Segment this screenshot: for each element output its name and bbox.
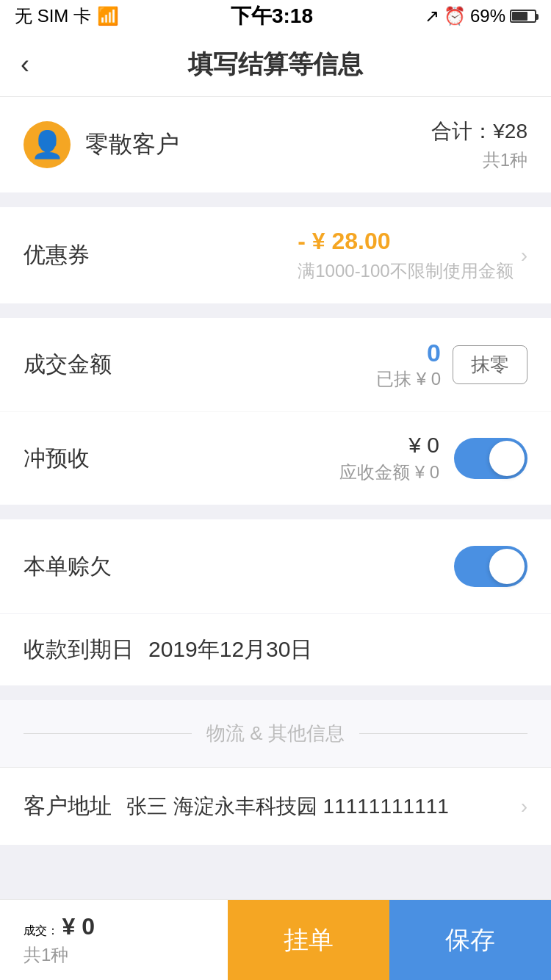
transaction-amount[interactable]: 0: [376, 339, 441, 367]
duedate-label: 收款到期日: [24, 635, 134, 665]
back-button[interactable]: ‹: [21, 49, 29, 80]
wifi-icon: 📶: [97, 6, 119, 26]
save-button[interactable]: 保存: [389, 900, 551, 981]
bottom-deal-label: 成交：: [24, 924, 59, 937]
coupon-row: 优惠券 - ¥ 28.00 满1000-100不限制使用金额 ›: [24, 228, 527, 283]
coupon-label: 优惠券: [24, 240, 90, 270]
hold-button[interactable]: 挂单: [228, 900, 389, 981]
customer-name: 零散客户: [85, 129, 179, 161]
divider-line-left: [24, 733, 192, 734]
battery-icon: [510, 10, 536, 23]
logistics-divider: 物流 & 其他信息: [0, 700, 551, 768]
toggle-thumb: [489, 441, 525, 476]
address-chevron-icon: ›: [521, 795, 527, 818]
avatar-icon: 👤: [31, 129, 64, 160]
divider-line-right: [359, 733, 527, 734]
precollect-label: 冲预收: [24, 444, 90, 474]
coupon-section[interactable]: 优惠券 - ¥ 28.00 满1000-100不限制使用金额 ›: [0, 207, 551, 303]
transaction-right: 0 已抹 ¥ 0 抹零: [376, 339, 527, 391]
transaction-label: 成交金额: [24, 350, 112, 380]
status-left: 无 SIM 卡 📶: [15, 4, 119, 28]
coupon-chevron-icon: ›: [521, 244, 527, 267]
bottom-count: 共1种: [24, 943, 204, 967]
customer-left: 👤 零散客户: [24, 121, 179, 168]
carrier-text: 无 SIM 卡: [15, 4, 91, 28]
main-content: 👤 零散客户 合计：¥28 共1种 优惠券 - ¥ 28.00 满1000-10…: [0, 97, 551, 948]
logistics-label: 物流 & 其他信息: [206, 721, 345, 746]
precollect-amount: ¥ 0: [339, 433, 439, 458]
status-bar: 无 SIM 卡 📶 下午3:18 ↗ ⏰ 69%: [0, 0, 551, 32]
transaction-section: 成交金额 0 已抹 ¥ 0 抹零 冲预收 ¥ 0 应收金额 ¥ 0: [0, 318, 551, 505]
transaction-sub: 已抹 ¥ 0: [376, 367, 441, 391]
alarm-icon: ⏰: [444, 6, 466, 26]
status-right: ↗ ⏰ 69%: [425, 6, 536, 26]
logistics-section: 物流 & 其他信息 客户地址 张三 海淀永丰科技园 11111111111 ›: [0, 700, 551, 845]
bottom-summary: 成交： ¥ 0 共1种: [0, 913, 228, 967]
nav-bar: ‹ 填写结算等信息: [0, 32, 551, 97]
precollect-values: ¥ 0 应收金额 ¥ 0: [339, 433, 439, 484]
avatar: 👤: [24, 121, 71, 168]
status-time: 下午3:18: [231, 2, 313, 30]
address-row[interactable]: 客户地址 张三 海淀永丰科技园 11111111111 ›: [0, 768, 551, 845]
precollect-right: ¥ 0 应收金额 ¥ 0: [339, 433, 527, 484]
coupon-right: - ¥ 28.00 满1000-100不限制使用金额 ›: [298, 228, 527, 283]
precollect-row: 冲预收 ¥ 0 应收金额 ¥ 0: [0, 412, 551, 505]
transaction-row: 成交金额 0 已抹 ¥ 0 抹零: [0, 318, 551, 412]
bottom-deal-row: 成交： ¥ 0: [24, 913, 204, 940]
battery-text: 69%: [470, 6, 505, 26]
customer-right: 合计：¥28 共1种: [431, 118, 527, 172]
coupon-desc: 满1000-100不限制使用金额: [298, 259, 513, 283]
credit-toggle-thumb: [489, 549, 525, 584]
address-label: 客户地址: [24, 791, 112, 821]
location-icon: ↗: [425, 6, 439, 26]
credit-row: 本单赊欠: [0, 519, 551, 613]
customer-count: 共1种: [431, 148, 527, 172]
customer-section: 👤 零散客户 合计：¥28 共1种: [0, 97, 551, 192]
precollect-sub: 应收金额 ¥ 0: [339, 461, 439, 484]
customer-total: 合计：¥28: [431, 118, 527, 145]
credit-toggle[interactable]: [454, 546, 527, 587]
round-button[interactable]: 抹零: [453, 345, 527, 384]
precollect-toggle[interactable]: [454, 438, 527, 479]
coupon-amount: - ¥ 28.00: [298, 228, 513, 255]
page-title: 填写结算等信息: [188, 48, 363, 82]
address-value: 张三 海淀永丰科技园 11111111111: [126, 793, 521, 821]
credit-label: 本单赊欠: [24, 552, 112, 582]
duedate-row: 收款到期日 2019年12月30日: [0, 613, 551, 685]
bottom-bar: 成交： ¥ 0 共1种 挂单 保存: [0, 899, 551, 980]
credit-section: 本单赊欠 收款到期日 2019年12月30日: [0, 519, 551, 685]
duedate-value: 2019年12月30日: [148, 635, 312, 665]
bottom-deal-amount: ¥ 0: [62, 913, 94, 940]
